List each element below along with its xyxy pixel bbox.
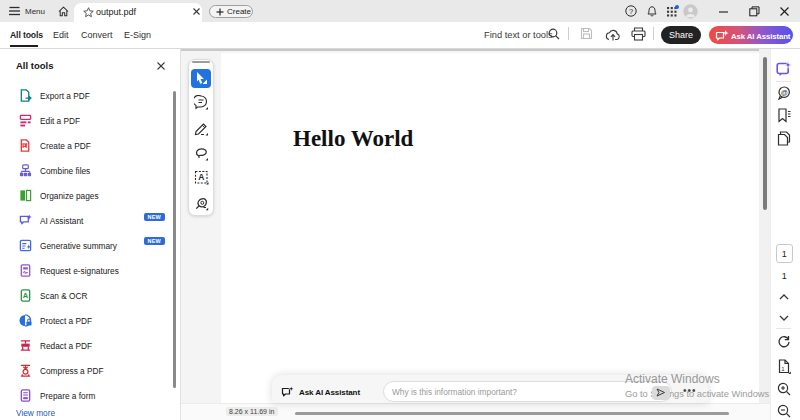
svg-text:@: @ [780, 89, 787, 96]
svg-text:1: 1 [781, 366, 785, 372]
svg-text:A: A [198, 172, 204, 182]
svg-text:?: ? [629, 7, 633, 16]
svg-text:A: A [22, 291, 28, 300]
